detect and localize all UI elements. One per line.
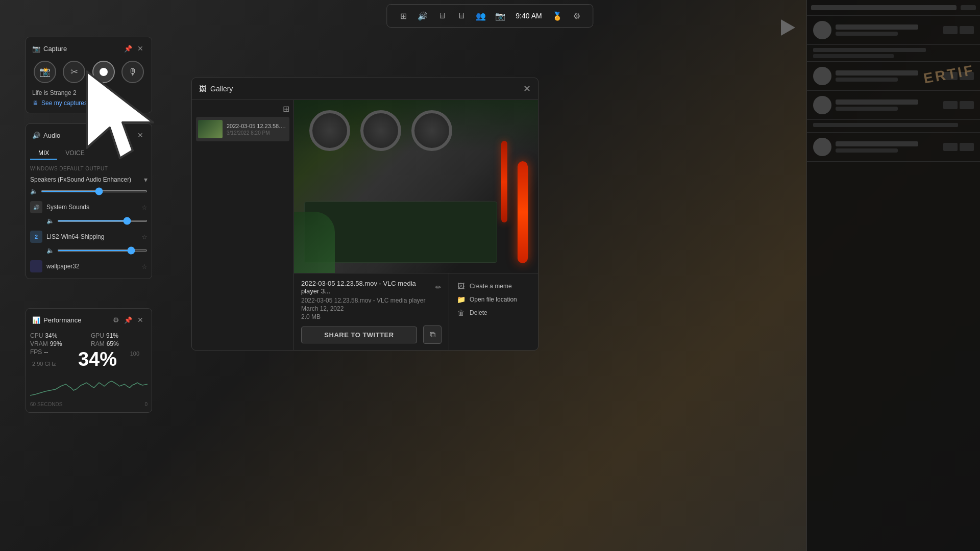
perf-chart-svg <box>30 370 148 400</box>
pc-tube-2 <box>501 141 507 222</box>
copy-button[interactable]: ⧉ <box>423 325 442 344</box>
side-action-open-file[interactable]: 📁 Open file location <box>456 293 531 306</box>
taskbar-icon-volume[interactable]: 🔊 <box>414 8 431 24</box>
right-avatar-1 <box>813 21 831 39</box>
audio-device-chevron[interactable]: ▾ <box>144 176 148 184</box>
perf-chart <box>30 370 148 400</box>
taskbar-icon-gear[interactable]: ⚙ <box>569 8 585 24</box>
gallery-thumb-0 <box>198 120 223 138</box>
audio-app-row-2: 2 LIS2-Win64-Shipping ☆ <box>30 229 148 245</box>
audio-app-slider-2: 🔈 <box>30 245 148 258</box>
gallery-item-0[interactable]: 2022-03-05 12.23.58.mov - ... 3/12/2022 … <box>196 117 289 141</box>
file-name-text: 2022-03-05 12.23.58.mov - VLC media play… <box>301 280 431 295</box>
clip-button[interactable]: ✂ <box>63 61 85 83</box>
file-name-row: 2022-03-05 12.23.58.mov - VLC media play… <box>301 280 442 295</box>
perf-title-label: Performance <box>43 316 81 324</box>
taskbar-icon-display[interactable]: 🖥 <box>434 8 450 24</box>
audio-app-star-3[interactable]: ☆ <box>141 263 148 270</box>
perf-pin-button[interactable]: 📌 <box>123 315 133 325</box>
open-file-icon: 📁 <box>456 295 465 304</box>
gallery-bottom: 2022-03-05 12.23.58.mov - VLC media play… <box>294 273 538 350</box>
record-dot <box>100 68 108 76</box>
capture-panel-controls: 📌 ✕ <box>123 43 145 54</box>
see-captures-icon: 🖥 <box>32 99 38 107</box>
right-avatar-4 <box>813 138 831 156</box>
file-date-text: March 12, 2022 <box>301 305 442 312</box>
perf-panel-header: 📊 Performance ⚙ 📌 ✕ <box>30 313 148 329</box>
audio-close-button[interactable]: ✕ <box>135 130 145 140</box>
right-avatar-3 <box>813 96 831 114</box>
capture-buttons-row: 📸 ✂ 🎙 <box>30 58 148 86</box>
audio-app-name-2: LIS2-Win64-Shipping <box>46 233 137 240</box>
audio-app1-slider[interactable] <box>57 220 148 222</box>
gallery-side-actions: 🖼 Create a meme 📁 Open file location 🗑 D… <box>449 273 538 350</box>
taskbar-icon-picture[interactable]: 📷 <box>492 8 508 24</box>
audio-tab-mix[interactable]: MIX <box>30 147 57 160</box>
gallery-preview-image <box>294 100 538 273</box>
gallery-sidebar-grid-icon[interactable]: ⊞ <box>283 104 289 114</box>
gallery-sidebar: ⊞ 2022-03-05 12.23.58.mov - ... 3/12/202… <box>192 100 294 350</box>
gallery-title: 🖼 Gallery <box>199 85 233 93</box>
perf-max-label: 100 <box>130 350 139 357</box>
audio-main-vol-icon: 🔈 <box>30 188 38 195</box>
audio-section-label: WINDOWS DEFAULT OUTPUT <box>30 163 148 173</box>
right-avatar-2 <box>813 67 831 85</box>
perf-big-value: 34% <box>78 348 117 370</box>
gallery-actions: SHARE TO TWITTER ⧉ <box>301 325 442 344</box>
perf-footer: 60 SECONDS 0 <box>30 400 148 408</box>
record-button[interactable] <box>92 61 115 83</box>
audio-tab-voice[interactable]: VOICE <box>57 147 92 160</box>
gallery-item-name-0: 2022-03-05 12.23.58.mov - ... <box>227 123 287 129</box>
audio-main-slider-row: 🔈 <box>30 186 148 199</box>
audio-app-star-2[interactable]: ☆ <box>141 233 148 241</box>
file-edit-button[interactable]: ✏ <box>435 283 442 291</box>
gallery-body: ⊞ 2022-03-05 12.23.58.mov - ... 3/12/202… <box>192 100 538 350</box>
audio-app-row-1: 🔊 System Sounds ☆ <box>30 199 148 215</box>
right-panel-item-1 <box>807 16 980 45</box>
audio-device-name: Speakers (FxSound Audio Enhancer) <box>30 176 131 183</box>
gallery-close-button[interactable]: ✕ <box>523 83 531 94</box>
right-panel: ERTIF <box>806 0 980 551</box>
right-panel-item-4 <box>807 133 980 162</box>
perf-settings-button[interactable]: ⚙ <box>111 315 121 325</box>
pc-fan-2 <box>360 110 401 151</box>
meme-label: Create a meme <box>470 283 512 290</box>
audio-panel-title: 🔊 Audio <box>32 132 60 139</box>
back-button[interactable] <box>781 19 795 36</box>
audio-app-row-3: wallpaper32 ☆ <box>30 258 148 274</box>
delete-label: Delete <box>470 309 487 316</box>
audio-panel-controls: ✕ <box>135 130 145 140</box>
audio-app-icon-2: 2 <box>30 231 42 243</box>
share-twitter-button[interactable]: SHARE TO TWITTER <box>301 327 417 343</box>
side-action-meme[interactable]: 🖼 Create a meme <box>456 280 531 293</box>
perf-close-button[interactable]: ✕ <box>135 315 145 325</box>
mic-button[interactable]: 🎙 <box>121 61 144 83</box>
taskbar-icon-users[interactable]: 👥 <box>473 8 489 24</box>
right-panel-item-3 <box>807 91 980 120</box>
taskbar-icon-display2[interactable]: 🖥 <box>453 8 470 24</box>
gallery-thumb-img-0 <box>198 120 223 138</box>
gallery-item-info-0: 2022-03-05 12.23.58.mov - ... 3/12/2022 … <box>227 123 287 136</box>
side-action-delete[interactable]: 🗑 Delete <box>456 306 531 319</box>
capture-game-label: Life is Strange 2 <box>30 86 148 97</box>
audio-main-slider[interactable] <box>41 190 148 192</box>
audio-tabs: MIX VOICE <box>30 147 148 160</box>
taskbar-icon-monitor[interactable]: ⊞ <box>395 8 411 24</box>
capture-pin-button[interactable]: 📌 <box>123 43 133 54</box>
audio-vol-icon-1: 🔈 <box>46 217 54 224</box>
see-captures-text: See my captures <box>41 99 87 107</box>
capture-panel-header: 📷 Capture 📌 ✕ <box>30 41 148 58</box>
audio-app-icon-3 <box>30 260 42 272</box>
audio-app2-slider[interactable] <box>57 249 148 252</box>
screenshot-button[interactable]: 📸 <box>34 61 56 83</box>
pc-fan-3 <box>411 110 452 151</box>
file-size-text: 2.0 MB <box>301 313 442 320</box>
see-captures-link[interactable]: 🖥 See my captures <box>30 97 148 109</box>
capture-panel: 📷 Capture 📌 ✕ 📸 ✂ 🎙 Life is Strange 2 🖥 … <box>26 37 152 113</box>
delete-icon: 🗑 <box>456 308 465 317</box>
taskbar-icon-badge[interactable]: 🏅 <box>549 8 566 24</box>
capture-close-button[interactable]: ✕ <box>135 43 145 54</box>
gallery-sidebar-header: ⊞ <box>196 104 289 117</box>
audio-app-star-1[interactable]: ☆ <box>141 204 148 211</box>
vram-metric: VRAM 99% <box>30 340 87 347</box>
